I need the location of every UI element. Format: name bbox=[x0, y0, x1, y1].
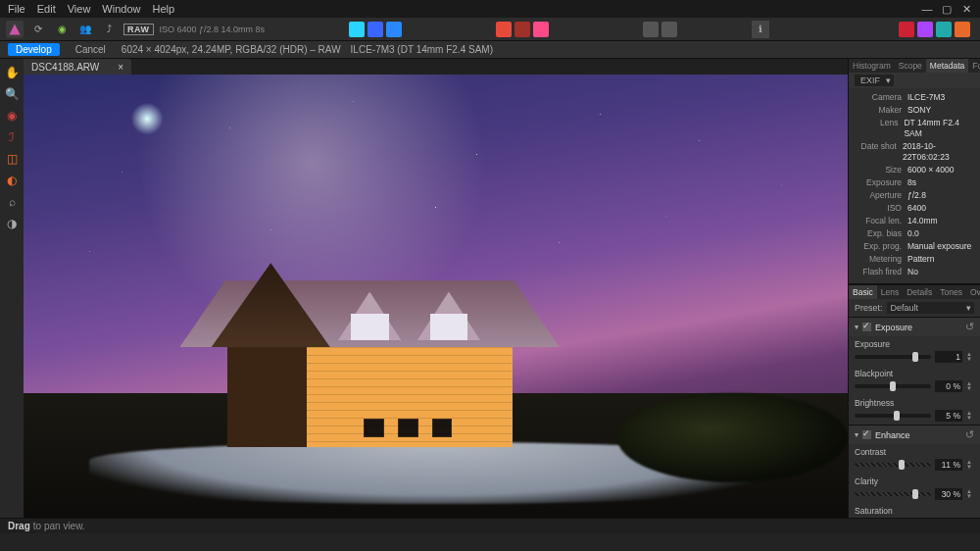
overlay-tool-icon[interactable]: ◑ bbox=[4, 216, 20, 231]
chrome-icon[interactable]: ◉ bbox=[53, 21, 71, 38]
file-tab[interactable]: DSC4188.ARW × bbox=[24, 59, 131, 75]
slider-value[interactable]: 1 bbox=[935, 351, 962, 363]
contrast-slider[interactable] bbox=[855, 463, 931, 467]
slider-value[interactable]: 30 % bbox=[935, 488, 962, 500]
tab-basic[interactable]: Basic bbox=[849, 285, 877, 299]
develop-button[interactable]: Develop bbox=[8, 43, 60, 56]
exif-row: Apertureƒ/2.8 bbox=[855, 190, 974, 201]
crop-tool-icon[interactable]: ◫ bbox=[4, 151, 20, 167]
tab-metadata[interactable]: Metadata bbox=[926, 59, 968, 73]
zoom-tool-icon[interactable]: 🔍 bbox=[4, 86, 20, 102]
exif-key: Flash fired bbox=[855, 267, 902, 277]
clarity-slider[interactable] bbox=[855, 492, 931, 496]
persona-extra-icon[interactable] bbox=[533, 22, 549, 37]
slider-label: Saturation bbox=[855, 506, 974, 516]
reset-icon[interactable]: ↺ bbox=[965, 428, 974, 441]
info-icon[interactable]: ℹ bbox=[752, 21, 769, 38]
menu-file[interactable]: File bbox=[8, 3, 25, 15]
persona-tone-icon[interactable] bbox=[496, 22, 512, 37]
brush-tool-icon[interactable]: ℐ bbox=[4, 129, 20, 145]
section-exposure: Exposure bbox=[875, 323, 961, 332]
persona-photo-icon[interactable] bbox=[349, 22, 365, 37]
tab-lens[interactable]: Lens bbox=[877, 285, 903, 299]
tab-histogram[interactable]: Histogram bbox=[849, 59, 895, 73]
tab-scope[interactable]: Scope bbox=[895, 59, 926, 73]
toggle-split-icon[interactable] bbox=[643, 22, 659, 37]
persona-export-icon[interactable] bbox=[514, 22, 530, 37]
exif-list: CameraILCE-7M3MakerSONYLensDT 14mm F2.4 … bbox=[849, 88, 980, 283]
stepper-icon[interactable]: ▲▼ bbox=[966, 352, 974, 362]
persona-develop-icon[interactable] bbox=[386, 22, 402, 37]
window-controls: — ▢ ✕ bbox=[921, 3, 972, 16]
refresh-icon[interactable]: ⟳ bbox=[29, 21, 47, 38]
palette-3-icon[interactable] bbox=[936, 22, 952, 37]
hand-tool-icon[interactable]: ✋ bbox=[4, 65, 20, 80]
stepper-icon[interactable]: ▲▼ bbox=[966, 381, 974, 391]
raw-badge: RAW bbox=[123, 24, 154, 35]
persona-liquify-icon[interactable] bbox=[368, 22, 383, 37]
exposure-enable-checkbox[interactable] bbox=[862, 323, 871, 331]
close-tab-icon[interactable]: × bbox=[118, 62, 123, 73]
exif-value: 14.0mm bbox=[907, 216, 938, 226]
collapse-icon[interactable]: ▾ bbox=[855, 430, 858, 439]
menu-help[interactable]: Help bbox=[152, 3, 174, 15]
menubar: File Edit View Window Help — ▢ ✕ bbox=[0, 0, 980, 18]
exif-value: DT 14mm F2.4 SAM bbox=[904, 118, 974, 139]
file-tab-label: DSC4188.ARW bbox=[31, 62, 99, 73]
enhance-enable-checkbox[interactable] bbox=[862, 430, 871, 439]
exif-row: Exp. prog.Manual exposure bbox=[855, 241, 974, 252]
tab-focus[interactable]: Focus bbox=[968, 59, 980, 73]
preset-dropdown[interactable]: Default bbox=[887, 302, 974, 314]
status-text: to pan view. bbox=[33, 521, 85, 531]
slider-label: Clarity bbox=[855, 476, 974, 486]
exif-value: ILCE-7M3 bbox=[907, 92, 945, 103]
stepper-icon[interactable]: ▲▼ bbox=[966, 460, 974, 470]
palette-4-icon[interactable] bbox=[955, 22, 970, 37]
minimize-icon[interactable]: — bbox=[921, 3, 933, 16]
exif-key: ISO bbox=[855, 203, 902, 214]
redeye-tool-icon[interactable]: ◉ bbox=[4, 108, 20, 124]
exif-key: Lens bbox=[855, 118, 898, 139]
menu-view[interactable]: View bbox=[68, 3, 91, 15]
stepper-icon[interactable]: ▲▼ bbox=[966, 411, 974, 421]
close-icon[interactable]: ✕ bbox=[960, 3, 972, 16]
slider-label: Contrast bbox=[855, 447, 974, 457]
exif-value: Manual exposure bbox=[907, 241, 971, 252]
image-canvas[interactable] bbox=[24, 75, 848, 518]
link-icon[interactable]: 👥 bbox=[76, 21, 94, 38]
exif-value: No bbox=[907, 267, 918, 277]
stepper-icon[interactable]: ▲▼ bbox=[966, 489, 974, 499]
gradient-tool-icon[interactable]: ◐ bbox=[4, 173, 20, 188]
maximize-icon[interactable]: ▢ bbox=[941, 3, 953, 16]
cancel-button[interactable]: Cancel bbox=[70, 43, 112, 56]
menu-edit[interactable]: Edit bbox=[37, 3, 56, 15]
exif-key: Camera bbox=[855, 92, 902, 103]
tab-details[interactable]: Details bbox=[903, 285, 936, 299]
tab-overlays[interactable]: Overlays bbox=[966, 285, 980, 299]
menu-window[interactable]: Window bbox=[102, 3, 140, 15]
develop-tabs: Basic Lens Details Tones Overlays bbox=[849, 285, 980, 299]
exif-key: Maker bbox=[855, 105, 902, 116]
exposure-slider[interactable] bbox=[855, 355, 931, 359]
exif-row: Flash firedNo bbox=[855, 267, 974, 277]
persona-group-1 bbox=[349, 22, 402, 37]
tab-tones[interactable]: Tones bbox=[936, 285, 966, 299]
share-icon[interactable]: ⤴ bbox=[100, 21, 118, 38]
slider-value[interactable]: 5 % bbox=[935, 410, 962, 422]
status-bar: Drag to pan view. bbox=[0, 518, 980, 533]
collapse-icon[interactable]: ▾ bbox=[855, 323, 858, 331]
toggle-sync-icon[interactable] bbox=[662, 22, 677, 37]
blackpoint-slider[interactable] bbox=[855, 384, 931, 388]
palette-1-icon[interactable] bbox=[899, 22, 914, 37]
slider-value[interactable]: 11 % bbox=[935, 459, 962, 471]
exif-key: Exp. prog. bbox=[855, 241, 902, 252]
app-icon[interactable] bbox=[6, 21, 24, 38]
slider-value[interactable]: 0 % bbox=[935, 380, 962, 392]
brightness-slider[interactable] bbox=[855, 414, 931, 418]
exif-key: Exposure bbox=[855, 177, 902, 188]
reset-icon[interactable]: ↺ bbox=[965, 321, 974, 333]
palette-2-icon[interactable] bbox=[917, 22, 933, 37]
blemish-tool-icon[interactable]: ⌕ bbox=[4, 194, 20, 210]
exif-key: Aperture bbox=[855, 190, 902, 201]
metadata-type-dropdown[interactable]: EXIF bbox=[855, 75, 894, 86]
